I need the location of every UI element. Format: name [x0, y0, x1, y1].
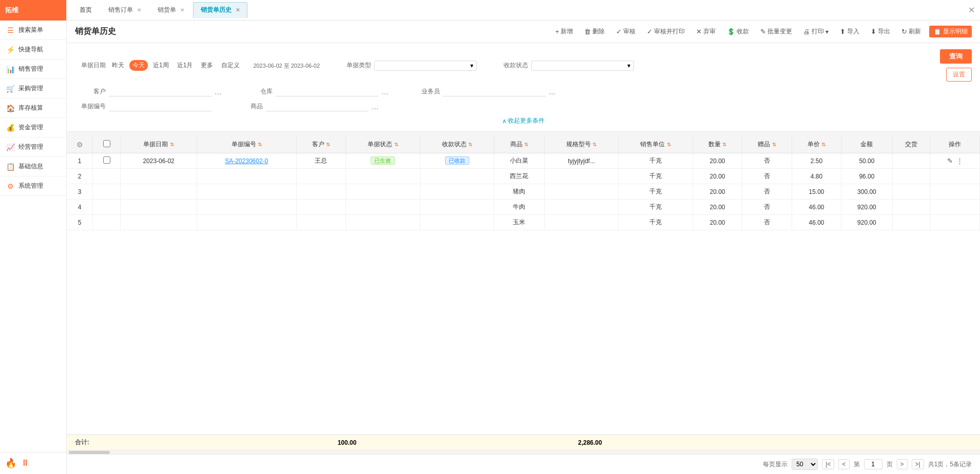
salesperson-input[interactable]: [443, 87, 546, 96]
date-btn-last-month[interactable]: 近1月: [174, 60, 196, 71]
tab-sales-history[interactable]: 销货单历史 ✕: [193, 2, 247, 18]
show-detail-button[interactable]: 📋 显示明细: [929, 26, 972, 37]
col-spec[interactable]: 规格型号 ⇅: [544, 136, 618, 153]
sidebar-item-inventory[interactable]: 🏠 库存核算: [0, 98, 66, 118]
pay-status-badge: 已收款: [445, 156, 469, 165]
salesperson-more-btn[interactable]: ...: [549, 88, 555, 96]
date-filter-group: 昨天 今天 近1周 近1月 更多 自定义: [109, 60, 243, 71]
sidebar-fire-btn[interactable]: 🔥: [5, 458, 16, 469]
doc-type-dropdown-icon: ▾: [470, 62, 473, 69]
doc-no-input[interactable]: [109, 102, 212, 111]
delete-button[interactable]: 🗑删除: [581, 26, 608, 37]
date-btn-last7[interactable]: 近1周: [150, 60, 172, 71]
cell-checkbox[interactable]: [93, 184, 121, 200]
import-label: 导入: [847, 27, 859, 36]
data-table: ⚙ 单据日期 ⇅ 单据编号 ⇅ 客户 ⇅ 单据状态 ⇅ 收款状态 ⇅ 商品 ⇅ …: [67, 136, 980, 230]
col-gear[interactable]: ⚙: [67, 136, 93, 153]
date-btn-yesterday[interactable]: 昨天: [109, 60, 127, 71]
goods-filter-label: 商品: [232, 102, 263, 111]
col-qty-label: 数量: [708, 141, 721, 148]
table-row: 4 牛肉 千克 20.00 否 46.00 920.00: [67, 200, 980, 215]
new-button[interactable]: +新增: [552, 26, 576, 37]
batch-change-button[interactable]: ✎批量变更: [757, 26, 795, 37]
col-qty[interactable]: 数量 ⇅: [693, 136, 742, 153]
col-doc-status[interactable]: 单据状态 ⇅: [346, 136, 420, 153]
doc-no-link[interactable]: SA-20230602-0: [225, 157, 268, 165]
col-date[interactable]: 单据日期 ⇅: [121, 136, 197, 153]
gear-settings-icon[interactable]: ⚙: [76, 141, 83, 149]
edit-action-btn[interactable]: ✎: [946, 156, 954, 166]
col-doc-no[interactable]: 单据编号 ⇅: [197, 136, 296, 153]
collect-button[interactable]: 💲收款: [724, 26, 752, 37]
sidebar-item-finance[interactable]: 💰 资金管理: [0, 118, 66, 137]
tab-home[interactable]: 首页: [72, 2, 100, 18]
page-last-btn[interactable]: >|: [912, 459, 924, 469]
query-button[interactable]: 查询: [940, 49, 972, 64]
tab-sales-goods[interactable]: 销货单 ✕: [150, 2, 192, 18]
select-all-checkbox[interactable]: [103, 140, 110, 147]
export-icon: ⬇: [871, 28, 876, 35]
col-gift[interactable]: 赠品 ⇅: [742, 136, 792, 153]
sidebar-item-sales-mgmt[interactable]: 📊 销售管理: [0, 60, 66, 79]
audit-print-icon: ✓: [647, 28, 652, 35]
cell-doc-no[interactable]: SA-20230602-0: [197, 153, 296, 169]
sidebar-item-search-menu[interactable]: ☰ 搜索菜单: [0, 21, 66, 40]
page-prev-btn[interactable]: <: [838, 459, 849, 469]
set-button[interactable]: 设置: [946, 68, 972, 82]
audit-button[interactable]: ✓审核: [613, 26, 639, 37]
table-row: 2 西兰花 千克 20.00 否 4.80 96.00: [67, 169, 980, 184]
cell-checkbox[interactable]: [93, 215, 121, 230]
cell-checkbox[interactable]: [93, 169, 121, 184]
collapse-filter-btn[interactable]: ∧ 收起更多条件: [75, 116, 972, 125]
cell-checkbox[interactable]: [93, 200, 121, 215]
tab-sales-goods-close[interactable]: ✕: [180, 7, 184, 13]
cell-goods: 西兰花: [494, 169, 545, 184]
col-price[interactable]: 单价 ⇅: [792, 136, 841, 153]
print-button[interactable]: 🖨打印▾: [800, 26, 832, 37]
warehouse-more-btn[interactable]: ...: [381, 88, 388, 96]
date-btn-custom[interactable]: 自定义: [218, 60, 243, 71]
date-btn-more[interactable]: 更多: [198, 60, 216, 71]
tab-sales-order-close[interactable]: ✕: [137, 7, 141, 13]
page-first-btn[interactable]: |<: [822, 459, 834, 469]
tab-sales-order[interactable]: 销售订单 ✕: [101, 2, 149, 18]
col-goods[interactable]: 商品 ⇅: [494, 136, 545, 153]
payment-status-select[interactable]: ▾: [531, 61, 634, 71]
more-action-btn[interactable]: ⋮: [955, 156, 964, 166]
per-page-select[interactable]: 50 100 200: [792, 459, 818, 470]
col-pay-status[interactable]: 收款状态 ⇅: [420, 136, 494, 153]
warehouse-input[interactable]: [276, 87, 378, 96]
goods-more-btn[interactable]: ...: [372, 103, 378, 111]
sidebar-item-basic-info[interactable]: 📋 基础信息: [0, 157, 66, 176]
tab-bar-close-all[interactable]: ✕: [968, 5, 975, 15]
cell-date: [121, 169, 197, 184]
cell-checkbox[interactable]: [93, 153, 121, 169]
customer-more-btn[interactable]: ...: [215, 88, 221, 96]
sidebar-item-quick-nav[interactable]: ⚡ 快捷导航: [0, 40, 66, 60]
col-unit[interactable]: 销售单位 ⇅: [619, 136, 693, 153]
sidebar-item-operations[interactable]: 📈 经营管理: [0, 137, 66, 157]
total-qty: 100.00: [116, 439, 578, 446]
import-button[interactable]: ⬆导入: [837, 26, 862, 37]
doc-type-select[interactable]: ▾: [374, 61, 477, 71]
sidebar-item-purchase-mgmt[interactable]: 🛒 采购管理: [0, 79, 66, 98]
discard-button[interactable]: ✕弃审: [693, 26, 719, 37]
audit-print-button[interactable]: ✓审核并打印: [644, 26, 688, 37]
page-input[interactable]: [864, 459, 882, 469]
filter-item-doc-type: 单据类型 ▾: [340, 61, 477, 71]
customer-input[interactable]: [109, 87, 212, 96]
page-next-btn[interactable]: >: [897, 459, 908, 469]
scroll-thumb[interactable]: [69, 451, 110, 454]
col-customer[interactable]: 客户 ⇅: [296, 136, 346, 153]
cell-doc-status: [346, 215, 420, 230]
refresh-button[interactable]: ↻刷新: [898, 26, 924, 37]
tab-sales-history-close[interactable]: ✕: [236, 7, 240, 13]
sidebar-pause-btn[interactable]: ⏸: [21, 458, 30, 469]
export-button[interactable]: ⬇导出: [868, 26, 893, 37]
sidebar-item-system-mgmt[interactable]: ⚙ 系统管理: [0, 176, 66, 196]
export-label: 导出: [878, 27, 890, 36]
goods-input[interactable]: [266, 102, 369, 111]
row-checkbox[interactable]: [103, 156, 110, 164]
date-btn-today[interactable]: 今天: [129, 60, 148, 71]
sort-doc-no-icon: ⇅: [258, 142, 262, 147]
